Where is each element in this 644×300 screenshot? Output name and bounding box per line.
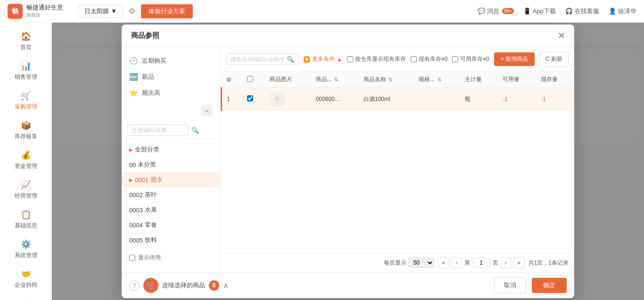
product-image: 图 — [270, 92, 285, 107]
cat-item-0002[interactable]: 0002 茶叶 — [122, 187, 220, 202]
cat-00-name: 未分类 — [138, 160, 156, 169]
row-checkbox[interactable] — [247, 95, 253, 101]
nav-selector[interactable]: 日太阳膜 ▼ — [78, 5, 123, 18]
available-nonzero-checkbox[interactable] — [452, 56, 458, 62]
cat-item-0003[interactable]: 0003 水果 — [122, 202, 220, 217]
row-name-cell: 白酒100ml — [359, 88, 414, 111]
product-reference-modal: 商品参照 ✕ 🕒 近期购买 🆕 新品 — [122, 25, 574, 298]
cat-0005-label: 0005 — [129, 237, 143, 244]
sidebar-item-basics[interactable]: 📋 基础信息 — [0, 205, 51, 234]
sidebar-item-inventory[interactable]: 📦 库存核算 — [0, 116, 51, 145]
cat-all[interactable]: ▶ 全部分类 — [122, 142, 220, 157]
warehouse-checkbox[interactable] — [347, 56, 353, 62]
recently-purchased-item[interactable]: 🕒 近期购买 — [122, 53, 220, 69]
message-label: 消息 — [487, 7, 499, 16]
col-code[interactable]: 商品... ⇅ — [311, 72, 359, 88]
user-btn[interactable]: 👤 徐泽华 — [609, 7, 636, 16]
cat-item-0005[interactable]: 0005 饮料 — [122, 233, 220, 248]
modal-footer: ? 🛒 连续选择的商品 0 ∧ 取消 确定 — [122, 272, 574, 298]
first-page-btn[interactable]: « — [438, 257, 449, 268]
phone-icon: 📱 — [523, 8, 531, 15]
cat-0005-name: 饮料 — [145, 236, 157, 244]
sidebar-item-sales[interactable]: 📊 销售管理 — [0, 56, 51, 86]
row-image-cell: 图 — [265, 88, 311, 111]
sidebar-item-finance[interactable]: 💰 资金管理 — [0, 145, 51, 175]
refresh-btn[interactable]: C 刷新 — [539, 52, 569, 67]
select-all-checkbox[interactable] — [247, 76, 253, 82]
new-products-item[interactable]: 🆕 新品 — [122, 69, 220, 85]
sort-icon-name: ⇅ — [388, 77, 392, 82]
row-index: 1 — [222, 88, 243, 111]
more-filter-btn[interactable]: 🔽 更多条件 ▲ — [303, 55, 342, 63]
expand-icon[interactable]: ∧ — [223, 281, 229, 290]
confirm-btn[interactable]: 确定 — [532, 278, 567, 293]
experience-btn[interactable]: 体验行业方案 — [141, 4, 193, 18]
cat-0002-name: 茶叶 — [145, 191, 157, 199]
sidebar-item-guide[interactable]: 🎓 新手引导 — [0, 294, 51, 300]
message-btn[interactable]: 💬 消息 99+ — [478, 7, 514, 16]
last-page-btn[interactable]: » — [513, 257, 525, 268]
online-service-btn[interactable]: 🎧 在线客服 — [565, 7, 599, 16]
modal-right-panel: 🔍 🔽 更多条件 ▲ 按仓库显示现有库存 — [221, 47, 574, 272]
sidebar-item-system[interactable]: ⚙️ 系统管理 — [0, 234, 51, 264]
page-size-select: 每页显示 50 100 200 — [384, 258, 434, 268]
row-checkbox-cell[interactable] — [242, 88, 265, 111]
message-badge: 99+ — [502, 8, 514, 14]
page-nav: « ‹ 第 页 › » — [438, 257, 525, 268]
col-unit[interactable]: 主计量 — [460, 72, 498, 88]
content-area: 商品参照 ✕ 🕒 近期购买 🆕 新品 — [52, 23, 644, 300]
add-product-btn[interactable]: + 新增商品 — [494, 52, 535, 66]
product-table-wrapper: ⚙ 商品图片 商品... ⇅ 商品名称 — [221, 72, 574, 253]
help-icon[interactable]: ? — [129, 280, 140, 291]
cat-0001-name: 酒水 — [150, 175, 163, 184]
page-label: 第 — [464, 259, 470, 267]
top-nav: 畅 畅捷通好生意 旗舰版 日太阳膜 ▼ ⚙ 体验行业方案 💬 消息 99+ 📱 … — [0, 0, 644, 23]
col-checkbox[interactable] — [242, 72, 265, 88]
close-icon[interactable]: ✕ — [558, 32, 565, 40]
cat-item-0004[interactable]: 0004 零食 — [122, 217, 220, 233]
cat-0004-label: 0004 — [129, 222, 143, 229]
search-icon[interactable]: 🔍 — [191, 127, 199, 134]
search-icon[interactable]: 🔍 — [287, 56, 294, 63]
col-available[interactable]: 可用量 — [498, 72, 536, 88]
cat-item-00[interactable]: 00 未分类 — [122, 157, 220, 172]
cat-0003-name: 水果 — [145, 206, 157, 214]
sidebar-item-operations[interactable]: 📈 经营管理 — [0, 175, 51, 205]
checkbox-warehouse[interactable]: 按仓库显示现有库存 — [347, 55, 406, 63]
sidebar-item-operations-label: 经营管理 — [15, 192, 37, 200]
sidebar-item-purchase[interactable]: 🛒 采购管理 — [0, 86, 51, 116]
next-page-btn[interactable]: › — [500, 257, 512, 268]
category-search-input[interactable] — [127, 125, 189, 136]
product-search-box: 🔍 — [226, 53, 298, 65]
app-download-btn[interactable]: 📱 App下载 — [523, 7, 556, 16]
cancel-btn[interactable]: 取消 — [494, 277, 526, 293]
collapse-btn[interactable]: « — [201, 105, 213, 116]
checkbox-stock-nonzero[interactable]: 现有库存≠0 — [411, 55, 447, 63]
username: 徐泽华 — [618, 7, 636, 16]
gear-icon[interactable]: ⚙ — [129, 7, 135, 16]
table-row[interactable]: 1 图 000600... 白酒100ml 瓶 — [222, 88, 575, 111]
col-stock[interactable]: 现存量 — [536, 72, 574, 88]
cat-item-0001[interactable]: ▶ 0001 酒水 — [122, 172, 220, 187]
per-page-dropdown[interactable]: 50 100 200 — [408, 258, 434, 268]
recently-purchased-label: 近期购买 — [142, 57, 166, 65]
message-icon: 💬 — [478, 8, 485, 15]
product-search-input[interactable] — [231, 56, 284, 63]
online-service-label: 在线客服 — [575, 7, 599, 16]
col-stock-label: 现存量 — [541, 76, 558, 83]
display-disabled-checkbox[interactable] — [129, 255, 135, 261]
product-table: ⚙ 商品图片 商品... ⇅ 商品名称 — [221, 72, 574, 111]
sidebar-item-home[interactable]: 🏠 首页 — [0, 26, 51, 56]
checkbox-available-nonzero[interactable]: 可用库存≠0 — [452, 55, 489, 63]
modal-title: 商品参照 — [131, 31, 159, 40]
col-spec[interactable]: 规格... ⇅ — [414, 72, 460, 88]
high-frequency-item[interactable]: ⭐ 频次高 — [122, 85, 220, 101]
col-setting[interactable]: ⚙ — [222, 72, 243, 88]
sidebar-item-enterprise[interactable]: 🤝 企业协同 — [0, 264, 51, 294]
purchase-icon: 🛒 — [21, 91, 31, 101]
stock-nonzero-checkbox[interactable] — [411, 56, 417, 62]
page-input[interactable] — [472, 258, 491, 267]
col-name[interactable]: 商品名称 ⇅ — [359, 72, 414, 88]
total-info: 共1页，1条记录 — [528, 259, 569, 267]
prev-page-btn[interactable]: ‹ — [451, 257, 462, 268]
